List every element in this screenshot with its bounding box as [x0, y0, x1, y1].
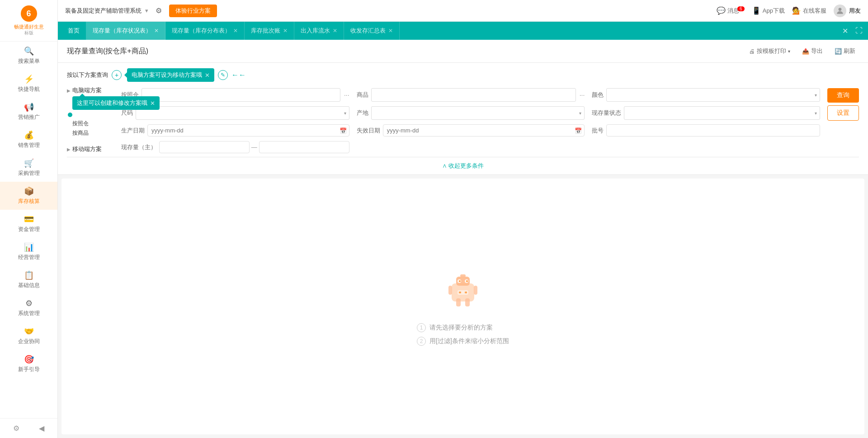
sidebar-item-beginner[interactable]: 🎯 新手引导	[0, 350, 57, 378]
edit-tooltip-close-btn[interactable]: ✕	[150, 100, 155, 107]
tab-close-batch-account[interactable]: ✕	[283, 28, 288, 33]
trial-btn[interactable]: 体验行业方案	[169, 5, 217, 17]
print-btn[interactable]: 🖨 按模板打印 ▾	[745, 45, 794, 57]
collapse-sidebar-btn[interactable]: ◀	[39, 424, 44, 433]
user-section[interactable]: 用友	[834, 5, 861, 17]
online-support-icon: 💁	[792, 6, 801, 15]
app-download-action[interactable]: 📱 App下载	[752, 6, 785, 15]
tab-maximize-btn[interactable]: ⛶	[854, 25, 864, 37]
tab-bar: 首页现存量（库存状况表）✕现存量（库存分布表）✕库存批次账✕出入库流水✕收发存汇…	[58, 22, 868, 40]
proddate-input[interactable]	[147, 124, 349, 137]
filter-edit-btn[interactable]: ✎	[218, 70, 228, 80]
step-num-2: 2	[417, 337, 426, 346]
header-settings-icon[interactable]: ⚙	[156, 6, 162, 15]
filter-back-btn[interactable]: ←←	[231, 71, 246, 79]
warehouse-more-icon[interactable]: ···	[344, 91, 349, 99]
status-select[interactable]: ▾	[624, 106, 820, 120]
warehouse-select[interactable]	[142, 88, 340, 102]
user-name: 用友	[849, 7, 861, 15]
connector-dot	[68, 113, 72, 117]
sidebar-item-finance[interactable]: 💳 资金管理	[0, 210, 57, 238]
tab-in-out-flow[interactable]: 出入库流水✕	[294, 22, 344, 40]
tab-inventory-dist[interactable]: 现存量（库存分布表）✕	[165, 22, 245, 40]
color-label: 颜色	[592, 91, 604, 99]
export-icon: 📤	[802, 48, 809, 55]
header-actions: 💬 消息 6 📱 App下载 💁 在线客服 用友	[717, 5, 861, 17]
sub-scheme-warehouse[interactable]: 按照仓	[72, 119, 121, 128]
tab-bar-actions: ✕ ⛶	[840, 25, 864, 37]
sidebar-label-enterprise: 企业协同	[18, 338, 40, 345]
desktop-scheme-label[interactable]: 电脑端方案	[72, 87, 102, 94]
purchase-icon: 🛒	[24, 158, 34, 168]
tab-close-all-btn[interactable]: ✕	[840, 25, 850, 37]
app-download-icon: 📱	[752, 6, 761, 15]
size-select[interactable]: ▾	[136, 106, 349, 120]
logo-icon: 6	[21, 5, 37, 22]
sidebar-item-system[interactable]: ⚙ 系统管理	[0, 294, 57, 322]
tab-close-inventory-dist[interactable]: ✕	[233, 28, 238, 33]
qty-to-input[interactable]	[259, 141, 349, 153]
sidebar-item-sales[interactable]: 💰 销售管理	[0, 126, 57, 154]
system-dropdown-btn[interactable]: ▾	[145, 7, 148, 14]
query-btn[interactable]: 查询	[827, 88, 859, 103]
tab-label-batch-account: 库存批次账	[251, 27, 280, 35]
message-action[interactable]: 💬 消息 6	[717, 6, 745, 15]
sidebar-item-marketing[interactable]: 📢 营销推广	[0, 98, 57, 126]
sidebar-item-operations[interactable]: 📊 经营管理	[0, 238, 57, 266]
tab-inventory-status[interactable]: 现存量（库存状况表）✕	[86, 22, 165, 40]
sidebar-item-enterprise[interactable]: 🤝 企业协同	[0, 322, 57, 350]
online-support-action[interactable]: 💁 在线客服	[792, 6, 826, 15]
sub-scheme-items: 按照仓 按商品	[72, 119, 121, 138]
settings-footer-icon[interactable]: ⚙	[13, 424, 19, 433]
mobile-scheme-label[interactable]: 移动端方案	[72, 145, 102, 153]
mobile-scheme-arrow[interactable]: ▶	[67, 147, 71, 152]
export-btn[interactable]: 📤 导出	[798, 45, 826, 57]
tab-receive-summary[interactable]: 收发存汇总表✕	[344, 22, 400, 40]
sidebar-item-quick-nav[interactable]: ⚡ 快捷导航	[0, 70, 57, 98]
sidebar-item-basic[interactable]: 📋 基础信息	[0, 266, 57, 294]
svg-rect-13	[459, 292, 461, 293]
svg-point-0	[839, 8, 842, 11]
online-support-label: 在线客服	[803, 7, 826, 15]
tab-close-receive-summary[interactable]: ✕	[388, 28, 393, 33]
sidebar-item-purchase[interactable]: 🛒 采购管理	[0, 154, 57, 182]
tab-close-in-out-flow[interactable]: ✕	[333, 28, 337, 33]
svg-point-6	[466, 280, 468, 282]
set-btn[interactable]: 设置	[827, 105, 859, 121]
system-name: 装备及固定资产辅助管理系统	[65, 7, 142, 15]
origin-select[interactable]: ▾	[371, 106, 585, 120]
refresh-btn[interactable]: 🔄 刷新	[831, 45, 859, 57]
add-tooltip-close-btn[interactable]: ✕	[205, 72, 210, 79]
sidebar-label-search-menu: 搜索菜单	[18, 57, 40, 65]
qty-range-sep: —	[251, 144, 257, 151]
step-text-1: 请先选择要分析的方案	[429, 324, 493, 332]
goods-select[interactable]	[371, 88, 576, 102]
tab-label-in-out-flow: 出入库流水	[301, 27, 330, 35]
qty-from-input[interactable]	[159, 141, 250, 153]
sidebar-item-inventory[interactable]: 📦 库存核算	[0, 182, 57, 210]
filter-row-origin: 产地 ▾	[357, 106, 585, 120]
desktop-scheme-arrow[interactable]: ▶	[67, 88, 71, 93]
status-label: 现存量状态	[592, 109, 621, 117]
mobile-scheme-row: ▶ 移动端方案	[67, 145, 121, 153]
filter-collapse-btn[interactable]: ∧ 收起更多条件	[67, 157, 859, 174]
tab-home[interactable]: 首页	[61, 22, 86, 40]
color-select[interactable]: ▾	[606, 88, 820, 102]
batch-input[interactable]	[606, 124, 820, 137]
sidebar-logo: 6 畅捷通好生意 标版	[0, 0, 57, 42]
page-title: 现存量查询(按仓库+商品)	[67, 47, 148, 56]
user-avatar	[834, 5, 846, 17]
filter-row-batch: 批号	[592, 124, 820, 137]
expiredate-input[interactable]	[383, 124, 585, 137]
sidebar-item-search-menu[interactable]: 🔍 搜索菜单	[0, 42, 57, 70]
sub-scheme-goods[interactable]: 按商品	[72, 128, 121, 138]
filter-action-buttons: 查询 设置	[827, 86, 859, 121]
svg-point-5	[459, 280, 461, 282]
goods-more-icon[interactable]: ···	[580, 91, 585, 99]
filter-add-btn[interactable]: +	[112, 70, 122, 80]
qty-label: 现存量（主）	[121, 143, 156, 151]
tab-batch-account[interactable]: 库存批次账✕	[245, 22, 294, 40]
tab-close-inventory-status[interactable]: ✕	[154, 28, 159, 33]
filter-row-expiredate: 失效日期	[357, 124, 585, 137]
logo-text: 畅捷通好生意 标版	[14, 24, 44, 36]
